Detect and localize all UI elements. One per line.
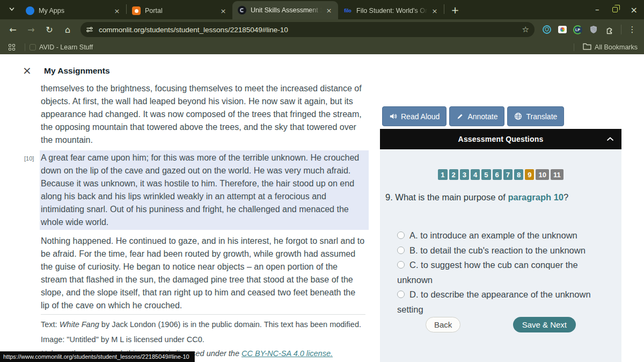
question-number-3[interactable]: 3 (460, 169, 469, 180)
paragraph-number-marker: [10] (24, 152, 34, 165)
extensions-row: LP (542, 25, 614, 34)
tab-title: Unit Skills Assessment 1: "Exce (251, 6, 322, 14)
question-text: 9. What is the main purpose of paragraph… (385, 192, 621, 202)
all-bookmarks-label: All Bookmarks (595, 44, 638, 51)
tab-divider (444, 4, 444, 14)
url-text: commonlit.org/students/student_lessons/2… (99, 26, 518, 34)
bookmark-item-avid[interactable]: AVID - Learn Stuff (30, 44, 93, 51)
question-number-1[interactable]: 1 (438, 169, 447, 180)
answer-option[interactable]: C. to suggest how the cub can conquer th… (397, 258, 615, 287)
question-number-11[interactable]: 11 (551, 169, 564, 180)
forward-button[interactable]: → (24, 22, 39, 37)
question-number-2[interactable]: 2 (449, 169, 458, 180)
radio-button-icon[interactable] (397, 261, 405, 269)
translate-button[interactable]: Translate (507, 106, 564, 126)
close-tab-icon[interactable]: × (218, 6, 228, 16)
minimize-button[interactable]: – (595, 5, 599, 15)
tab-search-button[interactable] (4, 2, 19, 17)
browser-menu-button[interactable]: ⋮ (626, 25, 639, 34)
toolbar-divider (621, 25, 621, 34)
question-number-9[interactable]: 9 (525, 169, 534, 180)
bookmark-favicon (30, 44, 36, 50)
assessment-questions-title: Assessment Questions (458, 135, 544, 143)
image-credit-line: Image: "Untitled" by M L is licensed und… (41, 334, 365, 345)
page-title: My Assignments (44, 66, 110, 76)
photos-extension-icon[interactable] (558, 26, 567, 33)
folder-icon (583, 43, 591, 52)
answer-option-label: A. to introduce an example of the unknow… (409, 230, 577, 240)
passage-divider (41, 314, 365, 315)
tab-strip: My Apps×Portal×Unit Skills Assessment 1:… (0, 0, 644, 19)
browser-tab[interactable]: filoFilo Student: World's Only Live× (338, 2, 444, 19)
radio-button-icon[interactable] (397, 291, 405, 298)
all-bookmarks-button[interactable]: All Bookmarks (583, 43, 638, 52)
radio-button-icon[interactable] (397, 247, 405, 254)
paragraph-10-link[interactable]: paragraph 10 (508, 192, 564, 202)
classlink-cloud-icon (26, 6, 34, 15)
bookmarks-divider (25, 44, 25, 51)
new-tab-button[interactable]: + (448, 2, 463, 17)
window-controls: – × (595, 0, 638, 19)
assignments-close-button[interactable]: × (23, 64, 32, 77)
annotate-button[interactable]: Annotate (449, 106, 504, 126)
answer-option-label: C. to suggest how the cub can conquer th… (397, 260, 578, 285)
cc-license-link[interactable]: CC BY-NC-SA 4.0 license. (241, 349, 333, 358)
question-number-7[interactable]: 7 (503, 169, 513, 180)
portal-orange-icon (132, 6, 141, 15)
close-tab-icon[interactable]: × (324, 5, 334, 15)
highlighted-paragraph-10[interactable]: [10] A great fear came upon him; for thi… (40, 150, 369, 230)
page-content: × My Assignments themselves to the brigh… (0, 54, 644, 362)
close-tab-icon[interactable]: × (112, 6, 122, 16)
answer-option[interactable]: B. to detail the cub's reaction to the u… (397, 243, 615, 258)
bookmark-star-icon[interactable]: ☆ (522, 25, 529, 34)
back-button[interactable]: ← (5, 22, 20, 37)
status-bar-url: https://www.commonlit.org/students/stude… (0, 351, 195, 362)
close-tab-icon[interactable]: × (430, 6, 440, 16)
save-next-button[interactable]: Save & Next (513, 317, 576, 332)
bookmark-label: AVID - Learn Stuff (39, 44, 93, 51)
assessment-questions-header[interactable]: Assessment Questions (380, 129, 621, 149)
question-nav-row: Back Save & Next (426, 317, 576, 332)
speaker-icon (389, 112, 397, 120)
answer-option[interactable]: D. to describe the appearance of the unk… (397, 287, 615, 317)
apps-grid-icon[interactable] (9, 44, 15, 50)
filo-logo-icon: filo (343, 6, 352, 15)
page-shield-extension-icon[interactable] (542, 25, 552, 34)
reload-button[interactable]: ↻ (42, 22, 57, 37)
action-button-label: Translate (526, 112, 557, 121)
restore-icon (612, 7, 618, 12)
question-number-8[interactable]: 8 (514, 169, 523, 180)
passage-action-buttons: Read AloudAnnotateTranslate (382, 106, 564, 126)
shield-gray-extension-icon[interactable] (589, 25, 598, 34)
pen-icon (456, 113, 464, 120)
radio-button-icon[interactable] (397, 231, 405, 239)
lastpass-extension-icon[interactable]: LP (573, 25, 582, 34)
browser-toolbar: ← → ↻ ⌂ commonlit.org/students/student_l… (0, 19, 644, 40)
answer-options: A. to introduce an example of the unknow… (397, 228, 615, 317)
back-button[interactable]: Back (426, 317, 460, 332)
bookmarks-bar: AVID - Learn Stuff All Bookmarks (0, 40, 644, 54)
chevron-up-icon[interactable] (606, 136, 614, 142)
browser-tab[interactable]: My Apps× (20, 2, 126, 19)
close-window-button[interactable]: × (631, 5, 638, 15)
browser-window: My Apps×Portal×Unit Skills Assessment 1:… (0, 0, 644, 362)
answer-option[interactable]: A. to introduce an example of the unknow… (397, 228, 615, 243)
text-title-italic: White Fang (60, 320, 99, 329)
question-number-5[interactable]: 5 (481, 169, 491, 180)
restore-button[interactable] (612, 5, 618, 15)
browser-tab[interactable]: Portal× (127, 2, 232, 19)
commonlit-logo-icon (238, 6, 246, 15)
address-bar[interactable]: commonlit.org/students/student_lessons/2… (80, 22, 535, 37)
question-number-4[interactable]: 4 (471, 169, 480, 180)
question-number-list: 1234567891011 (380, 149, 621, 180)
passage-paragraph: themselves to the brightness, focusing t… (41, 82, 365, 147)
globe-icon (514, 112, 522, 120)
question-number-6[interactable]: 6 (493, 169, 502, 180)
read-aloud-button[interactable]: Read Aloud (382, 106, 447, 126)
action-button-label: Read Aloud (401, 112, 440, 121)
browser-tab[interactable]: Unit Skills Assessment 1: "Exce× (232, 1, 338, 19)
site-settings-icon[interactable] (86, 26, 93, 33)
home-button[interactable]: ⌂ (60, 22, 75, 37)
extensions-puzzle-icon[interactable] (605, 25, 614, 34)
question-number-10[interactable]: 10 (536, 169, 548, 180)
